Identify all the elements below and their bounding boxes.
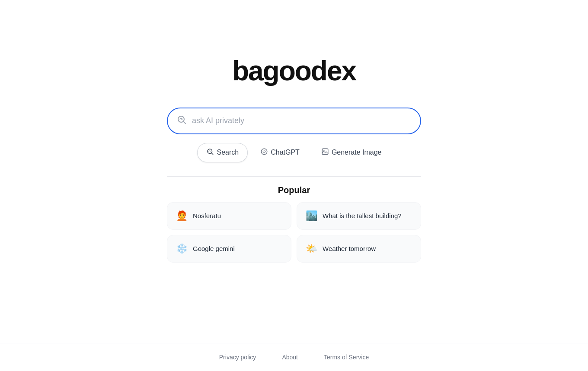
svg-point-5 bbox=[323, 150, 324, 151]
tallest-building-emoji: 🏙️ bbox=[306, 210, 317, 222]
generate-image-tab-icon bbox=[321, 148, 329, 158]
search-input[interactable] bbox=[192, 116, 412, 125]
tallest-building-label: What is the tallest building? bbox=[323, 212, 402, 219]
tab-generate-image-label: Generate Image bbox=[332, 149, 382, 156]
google-gemini-emoji: ❄️ bbox=[176, 243, 188, 254]
tab-search-label: Search bbox=[217, 149, 239, 156]
footer: Privacy policy About Terms of Service bbox=[0, 343, 588, 371]
footer-about[interactable]: About bbox=[282, 354, 298, 361]
google-gemini-label: Google gemini bbox=[193, 245, 235, 252]
ai-search-icon bbox=[176, 114, 187, 127]
weather-tomorrow-emoji: 🌤️ bbox=[306, 243, 317, 254]
popular-title: Popular bbox=[167, 185, 421, 195]
tab-bar: Search ChatGPT Generate Image bbox=[197, 143, 390, 162]
tab-generate-image[interactable]: Generate Image bbox=[312, 143, 391, 162]
popular-divider bbox=[167, 176, 421, 177]
chatgpt-tab-icon bbox=[260, 148, 268, 158]
tab-search[interactable]: Search bbox=[197, 143, 248, 162]
search-container bbox=[167, 108, 421, 134]
popular-section: Popular 🧑‍🦰 Nosferatu 🏙️ What is the tal… bbox=[167, 176, 421, 263]
site-logo: bagoodex bbox=[232, 55, 356, 87]
svg-rect-4 bbox=[322, 149, 328, 155]
popular-grid: 🧑‍🦰 Nosferatu 🏙️ What is the tallest bui… bbox=[167, 202, 421, 263]
tab-chatgpt-label: ChatGPT bbox=[271, 149, 300, 156]
svg-point-3 bbox=[261, 149, 267, 155]
nosferatu-label: Nosferatu bbox=[193, 212, 221, 219]
weather-tomorrow-label: Weather tomorrow bbox=[323, 245, 376, 252]
popular-card-nosferatu[interactable]: 🧑‍🦰 Nosferatu bbox=[167, 202, 291, 230]
nosferatu-emoji: 🧑‍🦰 bbox=[176, 210, 188, 222]
footer-privacy-policy[interactable]: Privacy policy bbox=[219, 354, 256, 361]
popular-card-tallest-building[interactable]: 🏙️ What is the tallest building? bbox=[297, 202, 421, 230]
search-bar bbox=[167, 108, 421, 134]
popular-card-google-gemini[interactable]: ❄️ Google gemini bbox=[167, 235, 291, 263]
main-content: bagoodex Searc bbox=[0, 0, 588, 343]
svg-point-1 bbox=[181, 119, 182, 120]
tab-chatgpt[interactable]: ChatGPT bbox=[251, 143, 309, 162]
popular-card-weather-tomorrow[interactable]: 🌤️ Weather tomorrow bbox=[297, 235, 421, 263]
footer-terms[interactable]: Terms of Service bbox=[324, 354, 369, 361]
search-tab-icon bbox=[206, 148, 214, 158]
